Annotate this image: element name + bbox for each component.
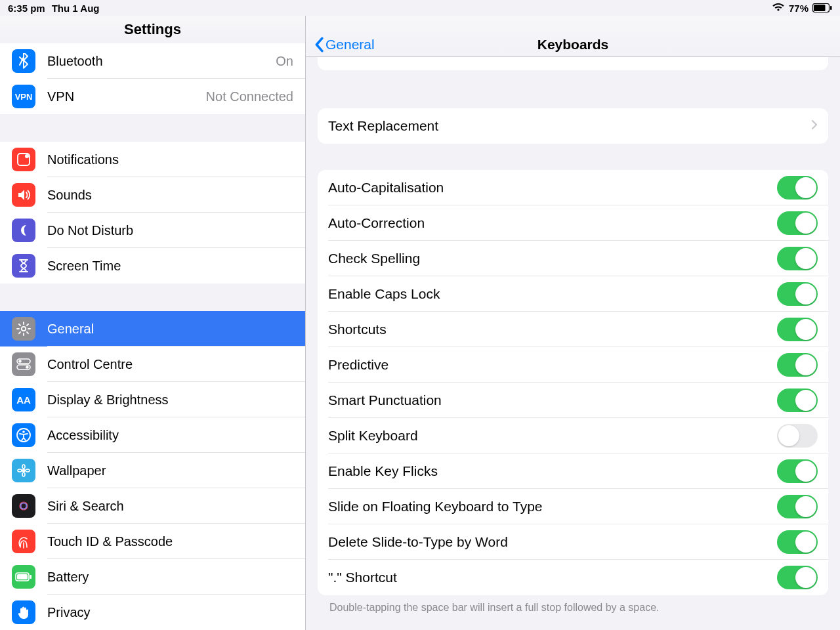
toggle-label: Delete Slide-to-Type by Word xyxy=(328,534,777,550)
svg-point-15 xyxy=(18,469,22,472)
toggle-label: "." Shortcut xyxy=(328,570,777,585)
toggle-auto-capitalisation[interactable] xyxy=(777,176,818,200)
sidebar-item-label: Accessibility xyxy=(47,428,305,443)
sidebar-item-label: Battery xyxy=(47,570,305,585)
toggle-shortcuts[interactable] xyxy=(777,318,818,341)
accessibility-icon xyxy=(12,423,35,447)
detail-title: Keyboards xyxy=(306,37,840,52)
switches-icon xyxy=(12,352,35,376)
gear-icon xyxy=(12,317,35,341)
svg-point-17 xyxy=(17,499,30,513)
toggle-label: Predictive xyxy=(328,357,777,373)
chevron-left-icon xyxy=(314,37,324,52)
sidebar-item-battery[interactable]: Battery xyxy=(0,559,305,595)
sidebar-item-general[interactable]: General xyxy=(0,311,305,346)
toggle-enable-key-flicks[interactable] xyxy=(777,459,818,483)
toggle-split-keyboard[interactable] xyxy=(777,424,818,448)
toggle-label: Enable Caps Lock xyxy=(328,286,777,302)
group-partial-top xyxy=(318,57,828,70)
sidebar-item-siri-search[interactable]: Siri & Search xyxy=(0,488,305,524)
sidebar-item-touch-id-passcode[interactable]: Touch ID & Passcode xyxy=(0,524,305,559)
sidebar-item-accessibility[interactable]: Accessibility xyxy=(0,417,305,453)
siri-icon xyxy=(12,494,35,518)
sounds-icon xyxy=(12,183,35,207)
sidebar-item-value: On xyxy=(276,54,293,69)
svg-point-5 xyxy=(22,327,26,331)
svg-point-9 xyxy=(26,366,29,369)
sidebar-header: Settings xyxy=(0,16,305,43)
toggle-delete-slide-to-type-by-word[interactable] xyxy=(777,530,818,554)
sidebar-item-display-brightness[interactable]: AADisplay & Brightness xyxy=(0,382,305,417)
toggle-slide-on-floating-keyboard-to-type[interactable] xyxy=(777,495,818,518)
sidebar-item-value: Not Connected xyxy=(206,89,293,104)
svg-point-12 xyxy=(22,469,26,472)
toggle-shortcut[interactable] xyxy=(777,566,818,589)
sidebar-item-wallpaper[interactable]: Wallpaper xyxy=(0,453,305,488)
toggle-check-spelling[interactable] xyxy=(777,247,818,270)
toggle-enable-caps-lock[interactable] xyxy=(777,282,818,306)
aa-icon: AA xyxy=(12,388,35,411)
settings-sidebar: Settings BluetoothOnVPNVPNNot ConnectedN… xyxy=(0,16,306,630)
row-text-replacement[interactable]: Text Replacement xyxy=(318,108,828,144)
text-replacement-label: Text Replacement xyxy=(328,118,811,134)
toggle-predictive[interactable] xyxy=(777,353,818,377)
svg-point-11 xyxy=(22,430,25,433)
sidebar-item-control-centre[interactable]: Control Centre xyxy=(0,346,305,382)
back-button[interactable]: General xyxy=(314,37,375,52)
flower-icon xyxy=(12,459,35,482)
row-split-keyboard: Split Keyboard xyxy=(318,418,828,453)
hourglass-icon xyxy=(12,254,35,278)
sidebar-item-screen-time[interactable]: Screen Time xyxy=(0,248,305,284)
row-check-spelling: Check Spelling xyxy=(318,241,828,276)
fingerprint-icon xyxy=(12,530,35,553)
sidebar-item-label: Wallpaper xyxy=(47,463,305,478)
back-label: General xyxy=(326,37,375,52)
svg-point-4 xyxy=(25,154,29,158)
svg-rect-2 xyxy=(830,6,832,10)
row-shortcut: "." Shortcut xyxy=(318,560,828,595)
svg-point-14 xyxy=(22,472,25,476)
chevron-right-icon xyxy=(811,119,818,133)
hand-icon xyxy=(12,600,35,624)
sidebar-item-sounds[interactable]: Sounds xyxy=(0,177,305,213)
sidebar-item-notifications[interactable]: Notifications xyxy=(0,142,305,177)
toggle-label: Split Keyboard xyxy=(328,428,777,444)
row-smart-punctuation: Smart Punctuation xyxy=(318,383,828,418)
group-text-replacement: Text Replacement xyxy=(318,108,828,144)
row-slide-on-floating-keyboard-to-type: Slide on Floating Keyboard to Type xyxy=(318,489,828,524)
toggle-label: Enable Key Flicks xyxy=(328,463,777,479)
toggle-label: Check Spelling xyxy=(328,251,777,266)
toggle-label: Slide on Floating Keyboard to Type xyxy=(328,499,777,514)
sidebar-item-vpn[interactable]: VPNVPNNot Connected xyxy=(0,79,305,114)
toggle-auto-correction[interactable] xyxy=(777,211,818,235)
notifications-icon xyxy=(12,148,35,171)
status-date: Thu 1 Aug xyxy=(52,3,100,14)
sidebar-item-label: Screen Time xyxy=(47,259,305,274)
toggle-label: Shortcuts xyxy=(328,322,777,337)
sidebar-item-label: Siri & Search xyxy=(47,499,305,514)
wifi-icon xyxy=(772,3,785,14)
sidebar-item-bluetooth[interactable]: BluetoothOn xyxy=(0,43,305,79)
svg-rect-23 xyxy=(30,575,32,579)
row-delete-slide-to-type-by-word: Delete Slide-to-Type by Word xyxy=(318,524,828,560)
sidebar-title: Settings xyxy=(124,21,181,38)
toggle-smart-punctuation[interactable] xyxy=(777,388,818,412)
sidebar-item-do-not-disturb[interactable]: Do Not Disturb xyxy=(0,213,305,248)
toggle-label: Auto-Capitalisation xyxy=(328,180,777,196)
bluetooth-icon xyxy=(12,49,35,73)
battery-icon xyxy=(812,3,832,12)
sidebar-item-label: Do Not Disturb xyxy=(47,223,305,238)
sidebar-item-label: Bluetooth xyxy=(47,54,276,69)
svg-point-16 xyxy=(26,469,30,472)
sidebar-item-label: VPN xyxy=(47,89,206,104)
row-shortcuts: Shortcuts xyxy=(318,312,828,347)
row-enable-caps-lock: Enable Caps Lock xyxy=(318,276,828,312)
detail-pane: General Keyboards Text Replacement Auto-… xyxy=(306,16,840,630)
svg-rect-22 xyxy=(17,574,28,579)
sidebar-item-label: Control Centre xyxy=(47,357,305,372)
svg-point-7 xyxy=(18,360,22,363)
sidebar-item-privacy[interactable]: Privacy xyxy=(0,595,305,630)
svg-point-13 xyxy=(22,465,25,469)
sidebar-item-label: Privacy xyxy=(47,605,305,620)
toggle-label: Auto-Correction xyxy=(328,215,777,231)
